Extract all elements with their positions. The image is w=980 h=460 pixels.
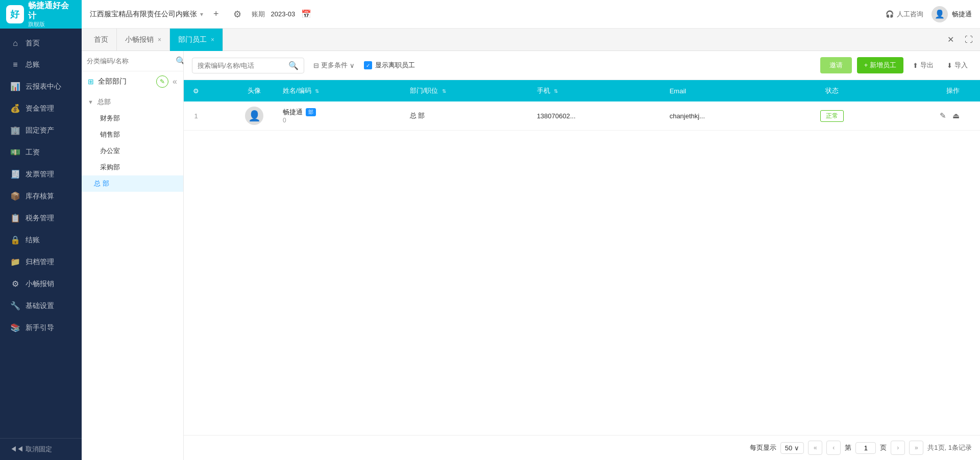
action-icons: ✎ ⏏ [886, 111, 972, 120]
delete-employee-button[interactable]: ⏏ [952, 111, 960, 120]
th-dept[interactable]: 部门/职位 ⇅ [402, 80, 529, 101]
tab-expense[interactable]: 小畅报销 × [117, 29, 170, 51]
prev-page-button[interactable]: ‹ [826, 441, 841, 455]
dept-edit-button[interactable]: ✎ [156, 75, 168, 88]
user-avatar: 👤 [932, 6, 948, 22]
support-button[interactable]: 🎧 人工咨询 [886, 10, 923, 19]
cell-phone: 138070602... [529, 101, 662, 131]
employee-search-icon[interactable]: 🔍 [288, 61, 299, 70]
dept-expand-arrow: ▼ [88, 99, 93, 105]
tab-employees[interactable]: 部门员工 × [170, 29, 223, 51]
next-page-icon: › [897, 444, 899, 451]
sidebar-item-label: 税务管理 [26, 214, 54, 223]
th-name[interactable]: 姓名/编码 ⇅ [275, 80, 402, 101]
sidebar-item-reports[interactable]: 📊 云报表中心 [0, 75, 82, 97]
sidebar-item-expense[interactable]: ⚙ 小畅报销 [0, 273, 82, 295]
cancel-pin-button[interactable]: ◀◀ 取消固定 [0, 438, 82, 460]
dept-purchase-label: 采购部 [100, 163, 120, 172]
dept-search-icon[interactable]: 🔍 [176, 56, 184, 66]
avatar-col-label: 头像 [248, 87, 261, 94]
dept-item-finance[interactable]: 财务部 [88, 110, 183, 126]
sidebar-item-label: 总账 [26, 60, 40, 69]
sidebar-item-guide[interactable]: 📚 新手引导 [0, 317, 82, 339]
page-size-select[interactable]: 50 ∨ [780, 442, 804, 454]
first-page-button[interactable]: « [808, 441, 822, 455]
th-actions: 操作 [878, 80, 980, 101]
tab-employees-close[interactable]: × [211, 36, 214, 43]
dept-tree: ▼ 总部 财务部 销售部 办公室 采购部 [82, 92, 183, 460]
sidebar-item-inventory[interactable]: 📦 库存核算 [0, 185, 82, 207]
filter-more-button[interactable]: ⊟ 更多条件 ∨ [309, 58, 359, 72]
close-tab-button[interactable]: ✕ [943, 33, 958, 47]
calendar-icon[interactable]: 📅 [301, 9, 311, 19]
sidebar-item-tax[interactable]: 📋 税务管理 [0, 207, 82, 229]
dept-item-office[interactable]: 办公室 [88, 143, 183, 159]
import-label: 导入 [954, 61, 968, 70]
first-page-icon: « [814, 444, 817, 451]
dept-office-label: 办公室 [100, 146, 120, 156]
th-settings[interactable]: ⚙ [184, 80, 208, 101]
avatar-wrapper: 👤 [242, 107, 266, 125]
sidebar-item-invoice[interactable]: 🧾 发票管理 [0, 163, 82, 185]
export-button[interactable]: ⬆ 导出 [909, 58, 938, 72]
logo-title: 畅捷通好会计 [28, 1, 76, 20]
employee-search-input[interactable] [198, 62, 285, 69]
dept-collapse-button[interactable]: « [173, 77, 177, 86]
edit-employee-button[interactable]: ✎ [940, 111, 946, 120]
fullscreen-button[interactable]: ⛶ [962, 33, 976, 47]
sidebar-item-label: 云报表中心 [26, 82, 61, 91]
employees-panel: 🔍 ⊟ 更多条件 ∨ ✓ 显示离职员工 邀请 + 新增员工 ⬆ 导出 [184, 51, 980, 460]
last-page-button[interactable]: » [909, 441, 923, 455]
show-resigned-label: 显示离职员工 [375, 61, 415, 70]
phone-col-label: 手机 [537, 87, 550, 94]
sidebar-logo: 好 畅捷通好会计 旗舰版 [0, 0, 82, 29]
add-employee-button[interactable]: + 新增员工 [857, 57, 903, 73]
invite-button[interactable]: 邀请 [820, 57, 852, 73]
dept-all-header: ⊞ 全部部门 ✎ « [82, 71, 183, 92]
user-info[interactable]: 👤 畅捷通 [932, 6, 972, 22]
filter-icon: ⊟ [313, 62, 319, 69]
sidebar-item-ledger[interactable]: ≡ 总账 [0, 54, 82, 75]
dept-search-input[interactable] [87, 57, 173, 65]
sidebar-item-archive[interactable]: 📁 归档管理 [0, 251, 82, 273]
next-page-button[interactable]: › [891, 441, 905, 455]
sidebar: 好 畅捷通好会计 旗舰版 ⌂ 首页 ≡ 总账 📊 云报表中心 💰 资金管理 🏢 … [0, 0, 82, 460]
period-label: 账期 [252, 10, 265, 19]
dept-parent-label: 总部 [97, 97, 111, 107]
employee-search-box: 🔍 [192, 58, 304, 73]
sidebar-item-payroll[interactable]: 💵 工资 [0, 141, 82, 163]
dept-sort-icon: ⇅ [442, 88, 446, 94]
add-tab-button[interactable]: + [209, 7, 223, 21]
topbar-settings-icon[interactable]: ⚙ [229, 7, 246, 22]
show-resigned-checkbox[interactable]: ✓ 显示离职员工 [364, 61, 415, 70]
sidebar-item-settings[interactable]: 🔧 基础设置 [0, 295, 82, 317]
sidebar-item-assets[interactable]: 🏢 固定资产 [0, 119, 82, 141]
sidebar-item-label: 新手引导 [26, 323, 54, 333]
import-button[interactable]: ⬇ 导入 [943, 58, 972, 72]
page-number-input[interactable] [855, 442, 876, 454]
dept-item-sales[interactable]: 销售部 [88, 126, 183, 143]
status-badge: 正常 [820, 110, 844, 122]
last-page-icon: » [915, 444, 918, 451]
sidebar-item-closing[interactable]: 🔒 结账 [0, 229, 82, 251]
dept-parent-general[interactable]: ▼ 总部 [82, 94, 183, 110]
sidebar-item-home[interactable]: ⌂ 首页 [0, 33, 82, 54]
cell-num: 1 [184, 101, 208, 131]
company-selector[interactable]: 江西服宝精品有限责任公司内账张 ▾ [90, 10, 203, 19]
sidebar-nav: ⌂ 首页 ≡ 总账 📊 云报表中心 💰 资金管理 🏢 固定资产 💵 工资 🧾 发… [0, 29, 82, 438]
dept-item-zongbu[interactable]: 总 部 [82, 175, 183, 192]
tab-home[interactable]: 首页 [86, 29, 117, 51]
filter-label: 更多条件 [321, 61, 348, 70]
sidebar-item-capital[interactable]: 💰 资金管理 [0, 97, 82, 119]
dept-item-purchase[interactable]: 采购部 [88, 159, 183, 175]
th-phone[interactable]: 手机 ⇅ [529, 80, 662, 101]
employees-toolbar: 🔍 ⊟ 更多条件 ∨ ✓ 显示离职员工 邀请 + 新增员工 ⬆ 导出 [184, 51, 980, 80]
actions-col-label: 操作 [946, 87, 960, 94]
user-name: 畅捷通 [952, 10, 972, 19]
dept-search: 🔍 [82, 51, 183, 71]
cell-actions: ✎ ⏏ [878, 101, 980, 131]
page-content: 🔍 ⊞ 全部部门 ✎ « ▼ 总部 财务部 销售部 [82, 51, 980, 460]
dept-zongbu-label: 总 部 [94, 179, 109, 188]
tab-expense-close[interactable]: × [158, 36, 161, 43]
name-sort-icon: ⇅ [315, 88, 319, 94]
